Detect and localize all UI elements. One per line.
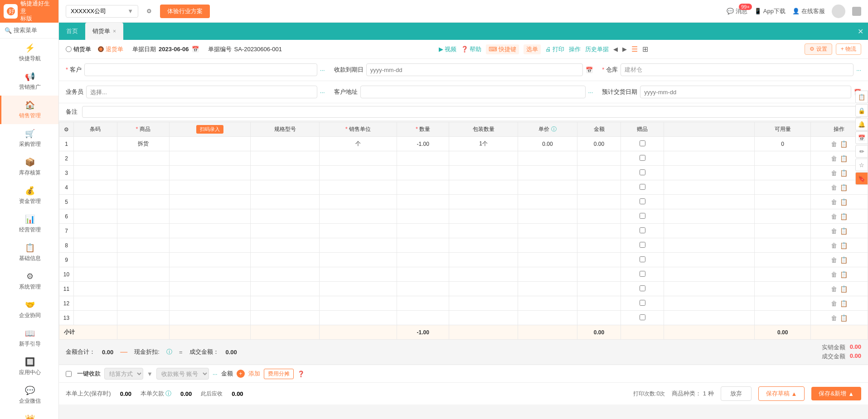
- radio-sale[interactable]: 销货单: [66, 45, 91, 53]
- sidebar-item-operations[interactable]: 📊 经营管理: [0, 210, 58, 238]
- delete-row-icon[interactable]: 🗑: [831, 242, 837, 249]
- next-icon[interactable]: ▶: [622, 46, 627, 53]
- history-action[interactable]: 历史单据: [585, 45, 609, 53]
- delete-row-icon[interactable]: 🗑: [831, 314, 837, 322]
- payment-method-select[interactable]: 结算方式: [104, 368, 143, 380]
- col-scan[interactable]: 扫码录入: [169, 122, 251, 137]
- delete-row-icon[interactable]: 🗑: [831, 184, 837, 191]
- copy-row-icon[interactable]: 📋: [840, 300, 848, 307]
- row-quantity[interactable]: -1.00: [397, 137, 449, 151]
- operate-action[interactable]: 操作: [569, 45, 581, 53]
- gift-checkbox[interactable]: [640, 285, 645, 291]
- one-click-pay-checkbox[interactable]: [66, 371, 72, 377]
- online-service-btn[interactable]: 👤 在线客服: [792, 7, 825, 15]
- grid-view-icon[interactable]: ⊞: [642, 45, 648, 53]
- delete-row-icon[interactable]: 🗑: [831, 227, 837, 235]
- right-float-clipboard[interactable]: 📋: [855, 91, 868, 103]
- delete-row-icon[interactable]: 🗑: [831, 271, 837, 278]
- delivery-date-input[interactable]: [640, 86, 851, 98]
- help-action[interactable]: ❓ 帮助: [461, 45, 481, 53]
- message-btn[interactable]: 💬 消息 99+: [727, 7, 747, 15]
- gift-checkbox[interactable]: [640, 140, 645, 146]
- delete-row-icon[interactable]: 🗑: [831, 285, 837, 293]
- notes-input[interactable]: [82, 106, 861, 118]
- right-float-lock[interactable]: 🔒: [855, 104, 868, 117]
- gift-checkbox[interactable]: [640, 198, 645, 204]
- sidebar-item-enterprise[interactable]: 🤝 企业协同: [0, 295, 58, 324]
- gift-checkbox[interactable]: [640, 256, 645, 262]
- customer-input[interactable]: [84, 63, 317, 76]
- delete-row-icon[interactable]: 🗑: [831, 169, 837, 177]
- collection-date-input[interactable]: [366, 63, 583, 76]
- gift-checkbox[interactable]: [640, 169, 645, 175]
- gift-checkbox[interactable]: [640, 184, 645, 190]
- account-more-icon[interactable]: ···: [213, 371, 218, 377]
- topbar-settings-btn[interactable]: ⚙: [143, 6, 155, 16]
- delete-row-icon[interactable]: 🗑: [831, 155, 837, 162]
- save-new-button[interactable]: 保存&新增 ▲: [811, 387, 861, 400]
- tab-close-icon[interactable]: ×: [113, 28, 116, 34]
- sidebar-item-inventory[interactable]: 📦 库存核算: [0, 153, 58, 181]
- copy-row-icon[interactable]: 📋: [840, 213, 848, 220]
- delete-row-icon[interactable]: 🗑: [831, 140, 837, 148]
- scan-barcode-button[interactable]: 扫码录入: [196, 125, 223, 134]
- copy-row-icon[interactable]: 📋: [840, 184, 848, 191]
- row-barcode[interactable]: [74, 137, 117, 151]
- gift-checkbox[interactable]: [640, 227, 645, 233]
- row-unit-price[interactable]: 0.00: [518, 137, 577, 151]
- right-float-bookmark[interactable]: 🔖: [855, 172, 868, 185]
- warehouse-input[interactable]: [621, 63, 853, 76]
- radio-sale-input[interactable]: [66, 46, 72, 52]
- setting-button[interactable]: ⚙ 设置: [805, 43, 832, 55]
- list-view-icon[interactable]: ☰: [631, 45, 638, 53]
- delete-row-icon[interactable]: 🗑: [831, 198, 837, 206]
- col-settings[interactable]: ⚙: [59, 122, 74, 137]
- tab-home[interactable]: 首页: [59, 23, 85, 40]
- sidebar-item-basic[interactable]: 📋 基础信息: [0, 238, 58, 267]
- user-avatar[interactable]: [832, 5, 845, 18]
- app-download-btn[interactable]: 📱 App下载: [754, 7, 786, 15]
- save-draft-button[interactable]: 保存草稿 ▲: [758, 386, 805, 401]
- right-float-bell[interactable]: 🔔: [855, 118, 868, 130]
- gift-checkbox[interactable]: [640, 242, 645, 248]
- sidebar-item-finance[interactable]: 💰 资金管理: [0, 181, 58, 210]
- sidebar-item-guide[interactable]: 📖 新手引导: [0, 324, 58, 352]
- right-float-star[interactable]: ☆: [855, 159, 868, 171]
- delete-row-icon[interactable]: 🗑: [831, 256, 837, 264]
- copy-row-icon[interactable]: 📋: [840, 271, 848, 278]
- trial-button[interactable]: 体验行业方案: [160, 5, 210, 18]
- prev-icon[interactable]: ◀: [613, 46, 618, 53]
- row-gift[interactable]: [621, 137, 664, 151]
- gift-checkbox[interactable]: [640, 314, 645, 320]
- customer-address-input[interactable]: [360, 86, 586, 98]
- sidebar-item-sales[interactable]: 🏠 销售管理: [0, 96, 58, 124]
- row-spec[interactable]: [251, 137, 320, 151]
- radio-return-input[interactable]: [98, 46, 104, 52]
- shortcut-action[interactable]: ⌨ 快捷键: [486, 44, 519, 54]
- copy-row-icon[interactable]: 📋: [840, 140, 848, 148]
- sidebar-item-member[interactable]: 👑 畅会员: [0, 409, 58, 419]
- collection-calendar-icon[interactable]: 📅: [586, 67, 593, 73]
- print-action[interactable]: 🖨 打印: [545, 45, 564, 53]
- sidebar-search[interactable]: 🔍 搜索菜单: [0, 23, 58, 39]
- copy-row-icon[interactable]: 📋: [840, 155, 848, 162]
- customer-more-icon[interactable]: ···: [320, 67, 325, 73]
- sidebar-item-wechat[interactable]: 💬 企业微信: [0, 381, 58, 409]
- gift-checkbox[interactable]: [640, 300, 645, 306]
- discard-button[interactable]: 放弃: [721, 386, 752, 401]
- sidebar-item-quick-nav[interactable]: ⚡ 快捷导航: [0, 39, 58, 67]
- copy-row-icon[interactable]: 📋: [840, 227, 848, 235]
- account-select[interactable]: 收款账号 账号: [156, 368, 209, 380]
- right-float-calendar[interactable]: 📅: [855, 131, 868, 144]
- sidebar-item-app-center[interactable]: 🔲 应用中心: [0, 352, 58, 381]
- copy-row-icon[interactable]: 📋: [840, 169, 848, 177]
- copy-row-icon[interactable]: 📋: [840, 198, 848, 206]
- copy-row-icon[interactable]: 📋: [840, 256, 848, 264]
- radio-return[interactable]: 退货单: [98, 45, 123, 53]
- video-action[interactable]: ▶ 视频: [439, 45, 456, 53]
- select-action[interactable]: 选单: [524, 44, 541, 54]
- gift-checkbox[interactable]: [640, 271, 645, 277]
- right-float-edit[interactable]: ✏: [855, 145, 868, 158]
- address-more-icon[interactable]: ···: [588, 89, 593, 96]
- copy-row-icon[interactable]: 📋: [840, 285, 848, 293]
